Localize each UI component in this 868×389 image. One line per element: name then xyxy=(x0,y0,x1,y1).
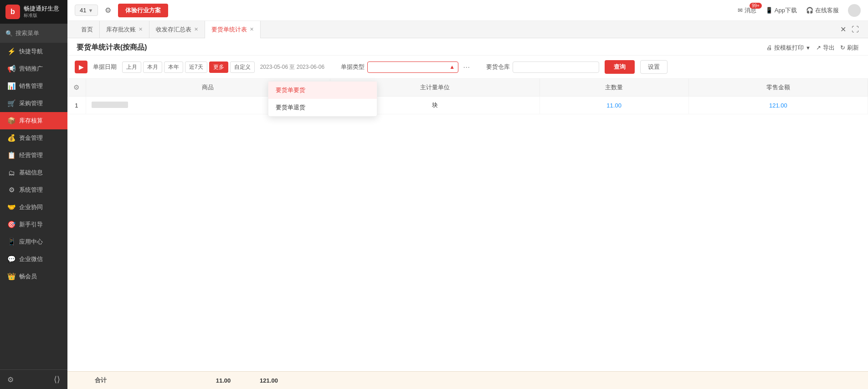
table-row: 1 块 11.00 121.00 xyxy=(67,97,868,114)
sidebar-item-sales[interactable]: 📊 销售管理 xyxy=(0,77,67,95)
date-last-7days-button[interactable]: 近7天 xyxy=(185,61,207,73)
tab-fullscreen-button[interactable]: ⛶ xyxy=(850,26,861,34)
sidebar-settings-icon[interactable]: ⚙ xyxy=(7,375,14,384)
footer-label: 合计 xyxy=(73,376,200,384)
store-selector[interactable]: 41 ▼ xyxy=(75,5,98,16)
date-options: 上月 本月 本年 近7天 更多 自定义 xyxy=(122,61,255,73)
topbar-settings-button[interactable]: ⚙ xyxy=(102,4,114,17)
sidebar-item-label: 基础信息 xyxy=(19,169,43,177)
date-more-button[interactable]: 更多 xyxy=(209,61,228,73)
th-amount: 零售金额 xyxy=(688,79,868,97)
sidebar-item-newbie[interactable]: 🎯 新手引导 xyxy=(0,216,67,233)
finance-icon: 💰 xyxy=(7,134,15,142)
refresh-label: 刷新 xyxy=(847,44,859,52)
sidebar-item-inventory[interactable]: 📦 库存核算 xyxy=(0,112,67,129)
purchase-icon: 🛒 xyxy=(7,99,15,107)
tabs-bar: 首页 库存批次账 ✕ 收发存汇总表 ✕ 要货单统计表 ✕ ✕ ⛶ xyxy=(67,21,868,38)
tab-order-stats[interactable]: 要货单统计表 ✕ xyxy=(205,21,261,38)
export-label: 导出 xyxy=(823,44,835,52)
tab-expand-area: ✕ ⛶ xyxy=(838,25,861,34)
sidebar: b 畅捷通好生意 标准版 🔍 搜索菜单 ⚡ 快捷导航 📢 营销推广 📊 销售管理… xyxy=(0,0,67,389)
footer-amount: 121.00 xyxy=(246,377,292,384)
settings-icon[interactable]: ⚙ xyxy=(73,83,79,91)
refresh-icon: ↻ xyxy=(840,44,845,51)
enterprise-icon: 🤝 xyxy=(7,203,15,211)
filter-more-dots[interactable]: ··· xyxy=(463,62,470,72)
sidebar-item-quick-nav[interactable]: ⚡ 快捷导航 xyxy=(0,43,67,60)
sidebar-item-system[interactable]: ⚙ 系统管理 xyxy=(0,181,67,199)
chevron-down-icon: ▼ xyxy=(806,45,811,51)
tab-close-order-stats[interactable]: ✕ xyxy=(250,27,254,32)
row-amount: 121.00 xyxy=(688,97,868,114)
export-icon: ↗ xyxy=(816,44,821,51)
sidebar-item-marketing[interactable]: 📢 营销推广 xyxy=(0,60,67,77)
order-type-label: 单据类型 xyxy=(341,63,365,71)
query-button[interactable]: 查询 xyxy=(605,60,635,74)
trial-button[interactable]: 体验行业方案 xyxy=(118,4,168,17)
th-settings[interactable]: ⚙ xyxy=(67,79,86,97)
sidebar-collapse-icon[interactable]: ⟨⟩ xyxy=(54,374,60,384)
sidebar-item-appstore[interactable]: 📱 应用中心 xyxy=(0,233,67,251)
sidebar-item-label: 系统管理 xyxy=(19,186,43,194)
sidebar-item-label: 经营管理 xyxy=(19,151,43,159)
date-range-display: 2023-05-06 至 2023-06-06 xyxy=(260,63,324,71)
date-this-month-button[interactable]: 本月 xyxy=(143,61,162,73)
messages-action[interactable]: ✉ 消息 99+ xyxy=(738,6,756,15)
tab-home[interactable]: 首页 xyxy=(75,21,100,38)
page-header: 要货单统计表(按商品) 🖨 按模板打印 ▼ ↗ 导出 ↻ 刷新 xyxy=(67,38,868,56)
export-button[interactable]: ↗ 导出 xyxy=(816,44,835,52)
search-menu-button[interactable]: 🔍 搜索菜单 xyxy=(5,27,62,39)
sidebar-search-area[interactable]: 🔍 搜索菜单 xyxy=(0,24,67,43)
sidebar-item-vip[interactable]: 👑 畅会员 xyxy=(0,268,67,285)
print-label: 按模板打印 xyxy=(774,44,804,52)
tab-close-inventory-batch[interactable]: ✕ xyxy=(139,27,143,32)
sidebar-item-finance[interactable]: 💰 资金管理 xyxy=(0,129,67,147)
tab-expand-button[interactable]: ✕ xyxy=(838,25,848,34)
app-download-label: App下载 xyxy=(775,6,797,15)
sidebar-item-operations[interactable]: 📋 经营管理 xyxy=(0,147,67,164)
date-this-year-button[interactable]: 本年 xyxy=(164,61,183,73)
order-type-group: 单据类型 要货单要货 要货单退货 ▲ ··· xyxy=(341,61,470,73)
sidebar-item-wechat-work[interactable]: 💬 企业微信 xyxy=(0,251,67,268)
tab-inventory-batch-label: 库存批次账 xyxy=(106,26,136,34)
warehouse-group: 要货仓库 xyxy=(486,61,599,73)
sidebar-item-label: 畅会员 xyxy=(19,272,37,281)
tab-inventory-batch[interactable]: 库存批次账 ✕ xyxy=(100,21,149,38)
filter-toggle-button[interactable]: ▶ xyxy=(75,61,87,73)
app-download-action[interactable]: 📱 App下载 xyxy=(765,6,797,15)
sidebar-item-basic[interactable]: 🗂 基础信息 xyxy=(0,164,67,181)
sidebar-item-enterprise[interactable]: 🤝 企业协同 xyxy=(0,199,67,216)
order-type-select-wrapper: 要货单要货 要货单退货 ▲ xyxy=(367,61,458,73)
online-service-action[interactable]: 🎧 在线客服 xyxy=(806,6,839,15)
refresh-button[interactable]: ↻ 刷新 xyxy=(840,44,859,52)
settings-config-button[interactable]: 设置 xyxy=(640,60,668,74)
sidebar-bottom: ⚙ ⟨⟩ xyxy=(0,369,67,389)
dropdown-item-order-goods[interactable]: 要货单要货 xyxy=(268,82,377,99)
main-area: 41 ▼ ⚙ 体验行业方案 ✉ 消息 99+ 📱 App下载 🎧 在线客服 xyxy=(67,0,868,389)
date-custom-button[interactable]: 自定义 xyxy=(230,61,255,73)
logo-name: 畅捷通好生意 xyxy=(24,5,59,13)
table-area: ⚙ 商品 主计量单位 主数量 零售金额 1 块 xyxy=(67,79,868,371)
sidebar-item-purchase[interactable]: 🛒 采购管理 xyxy=(0,95,67,112)
topbar-right: ✉ 消息 99+ 📱 App下载 🎧 在线客服 xyxy=(738,4,861,17)
user-avatar[interactable] xyxy=(848,4,861,17)
appstore-icon: 📱 xyxy=(7,238,15,246)
print-template-button[interactable]: 🖨 按模板打印 ▼ xyxy=(766,44,811,52)
order-type-select[interactable]: 要货单要货 要货单退货 xyxy=(367,61,458,73)
warehouse-input[interactable] xyxy=(513,61,599,73)
store-name: 41 xyxy=(80,7,86,14)
print-icon: 🖨 xyxy=(766,44,772,51)
system-icon: ⚙ xyxy=(7,186,15,194)
dropdown-item-order-return[interactable]: 要货单退货 xyxy=(268,99,377,116)
table-footer: 合计 11.00 121.00 xyxy=(67,371,868,389)
date-last-month-button[interactable]: 上月 xyxy=(122,61,141,73)
page-content: 要货单统计表(按商品) 🖨 按模板打印 ▼ ↗ 导出 ↻ 刷新 ▶ xyxy=(67,38,868,389)
tab-close-collect-summary[interactable]: ✕ xyxy=(194,27,198,32)
topbar-left: 41 ▼ ⚙ 体验行业方案 xyxy=(75,4,732,17)
sidebar-item-label: 采购管理 xyxy=(19,99,43,107)
footer-qty: 11.00 xyxy=(200,377,246,384)
warehouse-label: 要货仓库 xyxy=(486,63,510,71)
page-title: 要货单统计表(按商品) xyxy=(77,43,147,52)
tab-collect-summary[interactable]: 收发存汇总表 ✕ xyxy=(149,21,205,38)
tab-collect-summary-label: 收发存汇总表 xyxy=(156,26,191,34)
